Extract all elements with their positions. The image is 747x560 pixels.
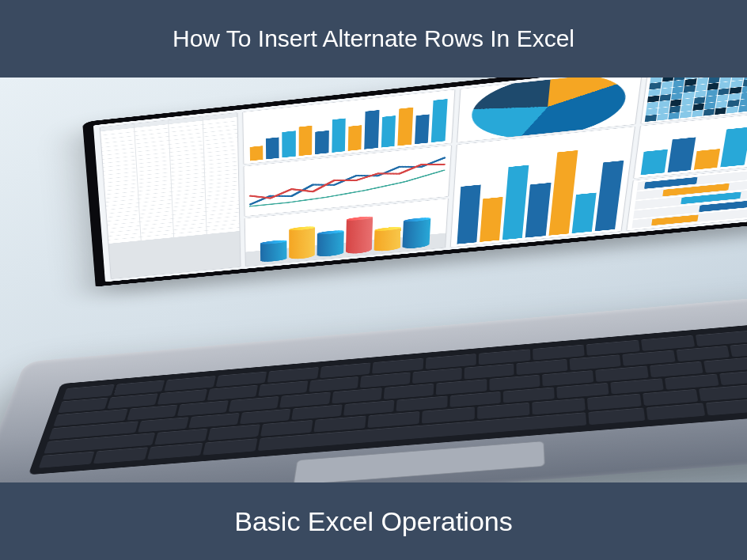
page-title: How To Insert Alternate Rows In Excel (173, 25, 574, 52)
top-banner: How To Insert Alternate Rows In Excel (0, 0, 747, 78)
laptop-screen-content (93, 78, 747, 282)
spreadsheet-panel (100, 112, 241, 279)
laptop-base (0, 289, 747, 482)
bar-chart-panel-2 (449, 127, 635, 248)
laptop-screen-frame (82, 78, 747, 286)
hero-image (0, 78, 747, 482)
subtitle: Basic Excel Operations (234, 506, 513, 537)
bottom-banner: Basic Excel Operations (0, 482, 747, 560)
laptop-illustration (0, 135, 747, 482)
laptop-keyboard (28, 320, 747, 475)
